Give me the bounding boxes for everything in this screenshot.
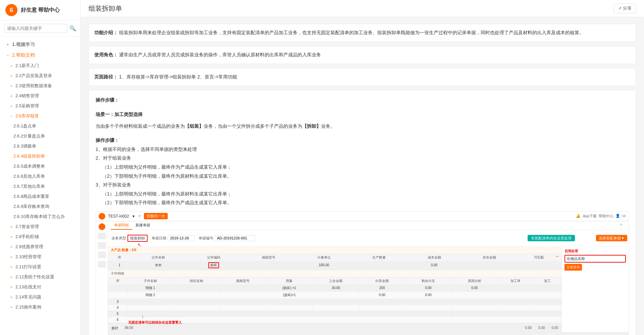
sidebar-item-sub212[interactable]: ＋ 2.12系统个性化设置 — [0, 272, 80, 282]
col-proc2: 加工 — [533, 277, 561, 284]
sidebar-item-sub28[interactable]: ＋ 2.8手机旺铺 — [0, 232, 80, 242]
sidebar-leaf-269[interactable]: 2.6.9库存账本查询 — [0, 202, 80, 212]
cell-seq: 1 — [108, 261, 131, 269]
mock-topbar: TEST-H002 ▼ ⟳ 切换到一大 🔔 App下载 帮助中心 👤 cc — [96, 212, 629, 221]
col-cost: 成本金额 — [407, 254, 462, 261]
func-intro-label: 功能介绍： — [94, 30, 118, 35]
col-parent-name: 父件名称 — [131, 254, 186, 261]
sidebar-leaf-2610[interactable]: 2.6.10库存账本错了怎么办 — [0, 212, 80, 222]
col-sub-name: 子件名称 — [127, 277, 173, 284]
mock-warehouse-input[interactable]: 仓储品名称 — [565, 255, 626, 263]
sidebar-item-sub25[interactable]: ＋ 2.5采购管理 — [0, 101, 80, 111]
lower-toolbar-label: 子件明细 — [111, 272, 124, 275]
sidebar-item-sub214[interactable]: ＋ 2.14常见问题 — [0, 292, 80, 302]
plus-icon: ＋ — [9, 274, 13, 280]
form-number-input[interactable] — [215, 235, 255, 241]
col-in-amt: 入全金额 — [313, 277, 359, 284]
sidebar-leaf-267[interactable]: 2.6.7其他出库单 — [0, 181, 80, 191]
mock-sidenav-item[interactable] — [98, 242, 106, 249]
total-val3: 0.00 — [538, 326, 545, 331]
cell-cost: 0.00 — [407, 261, 462, 269]
sidebar-leaf-262[interactable]: 2.6.2分量盘点单 — [0, 131, 80, 141]
mock-top-icons: 🔔 App下载 帮助中心 👤 cc — [576, 214, 626, 219]
sidebar-item-sub29[interactable]: ＋ 2.9优惠券管理 — [0, 242, 80, 252]
plus-icon: ＋ — [9, 93, 13, 99]
mock-tabs: 单据明细 新建单据 ✕ — [108, 221, 629, 230]
mock-tab-close[interactable]: ✕ — [616, 221, 626, 230]
plus-icon: ＋ — [9, 63, 13, 69]
mock-table-area: 大产品 数量： 5/6 序 — [108, 247, 561, 332]
app-screenshot: TEST-H002 ▼ ⟳ 切换到一大 🔔 App下载 帮助中心 👤 cc — [96, 211, 629, 335]
app-title: 好生意 帮助中心 — [21, 7, 60, 14]
path-text: 1、库存核算->库存管理->组装拆卸单 2、首页->常用功能 — [119, 74, 237, 79]
sidebar-item-sub213[interactable]: ＋ 2.13在线支付 — [0, 282, 80, 292]
step3-1: （1）上部明细为父件明细，最终作为原材料生成某它出库单； — [96, 189, 629, 199]
sidebar-item-sub210[interactable]: ＋ 2.10经营管理 — [0, 252, 80, 262]
mock-nav-btn[interactable]: 切换到一大 — [144, 213, 168, 219]
step2-2: （2）下部明细为子件明细，最终作为原材料生成某它出库单。 — [96, 172, 629, 181]
mock-company: TEST-H002 — [108, 214, 129, 219]
cell-other — [462, 261, 517, 269]
sidebar-item-sub26[interactable]: － 2.6库存核算 — [0, 111, 80, 121]
mock-app-logo — [99, 213, 105, 220]
cell-qty — [352, 261, 407, 269]
col-other: 其实金额 — [462, 254, 517, 261]
lower-row-2: 明细 2 (损坏)×1 0.00 0.00 — [108, 291, 561, 298]
cell-match — [517, 261, 561, 269]
plus-icon: ＋ — [9, 234, 13, 240]
plus-icon: ＋ — [9, 73, 13, 79]
sidebar: 6 好生意 帮助中心 🔍 ＋ 1.视频学习 － 2.帮助文档 ＋ 2.1新手入门… — [0, 0, 80, 335]
sidebar-item-sub21[interactable]: ＋ 2.1新手入门 — [0, 61, 80, 71]
mock-form-type: 业务类型 组装拆卸 — [111, 235, 148, 242]
col-spec: 规格型号 — [241, 254, 296, 261]
step3-2: （2）下部明细为子件明细，最终作为产成品生成某它入库单。 — [96, 198, 629, 207]
form-date-input[interactable] — [168, 235, 195, 241]
col-org: 组织名称 — [173, 277, 220, 284]
upper-table-row: 1 米米 损坏 100-00 0.00 — [108, 261, 561, 269]
mock-help-text: 帮助中心 — [599, 214, 613, 219]
col-spec: 规格型号 — [220, 277, 266, 284]
sidebar-item-sub22[interactable]: ＋ 2.2产品安装及登录 — [0, 71, 80, 81]
app-logo: 6 — [5, 4, 17, 16]
mock-confirm-btn[interactable]: 立发发布 — [565, 264, 582, 271]
mock-table-toolbar: 大产品 数量： 5/6 — [108, 247, 561, 254]
plus-icon: ＋ — [9, 224, 13, 230]
mock-sidenav-item[interactable] — [98, 233, 106, 239]
sidebar-item-sub24[interactable]: ＋ 2.4销售管理 — [0, 91, 80, 101]
mock-table-count-val: 5/6 — [132, 248, 137, 252]
mock-sidenav-item[interactable] — [98, 261, 106, 268]
sidebar-item-help[interactable]: － 2.帮助文档 — [0, 50, 80, 61]
sidebar-item-sub211[interactable]: ＋ 2.11打印设置 — [0, 262, 80, 272]
sidebar-item-sub215[interactable]: ＋ 2.15操作案例 — [0, 302, 80, 312]
mock-orange-banner: 有装配清单的在这里处理 — [528, 235, 575, 241]
col-seq: 序 — [108, 277, 127, 284]
col-out-amt: 出库金额 — [359, 277, 405, 284]
sidebar-leaf-263[interactable]: 2.6.3调拨单 — [0, 141, 80, 151]
mock-body-row: 大产品 数量： 5/6 序 — [108, 247, 629, 332]
mock-lower-toolbar: 子件明细 — [108, 270, 561, 277]
share-button[interactable]: ↗ 分享 — [614, 3, 636, 13]
form-type-input[interactable]: 组装拆卸 — [127, 235, 148, 242]
mock-tab-details[interactable]: 单据明细 — [111, 221, 132, 230]
total-label: 合计 — [111, 326, 118, 331]
sidebar-item-sub23[interactable]: ＋ 2.3使用前数据准备 — [0, 81, 80, 91]
step2-1: （1）上部明细为父件明细，最终作为产成品生成某它入库单； — [96, 163, 629, 172]
search-input[interactable] — [4, 24, 67, 33]
mock-table-count-label: 大产品 数量： — [111, 248, 132, 253]
sidebar-item-sub27[interactable]: ＋ 2.7资金管理 — [0, 222, 80, 232]
sidebar-leaf-264[interactable]: 2.6.4组装拆卸单 — [0, 151, 80, 161]
sidebar-item-video[interactable]: ＋ 1.视频学习 — [0, 39, 80, 50]
sidebar-leaf-266[interactable]: 2.6.6其他入库单 — [0, 171, 80, 181]
sidebar-leaf-261[interactable]: 2.6.1盘点单 — [0, 121, 80, 131]
mock-sidenav-item[interactable] — [98, 252, 106, 258]
plus-icon: ＋ — [5, 42, 10, 48]
mock-btn-choose[interactable]: 选择装配单据▼ — [596, 235, 627, 241]
plus-icon: ＋ — [9, 103, 13, 109]
mock-right-panel: 启用处理 仓储品名称 立发发布 ← — [561, 247, 629, 332]
form-number-label: 单据编号 — [199, 236, 213, 241]
sidebar-leaf-265[interactable]: 2.6.5成本调整单 — [0, 161, 80, 171]
col-parent-code: 父件编码 — [186, 254, 241, 261]
search-button[interactable]: 🔍 — [69, 25, 76, 32]
mock-tab-new[interactable]: 新建单据 — [132, 221, 154, 230]
sidebar-leaf-268[interactable]: 2.6.8商品成本重算 — [0, 191, 80, 202]
